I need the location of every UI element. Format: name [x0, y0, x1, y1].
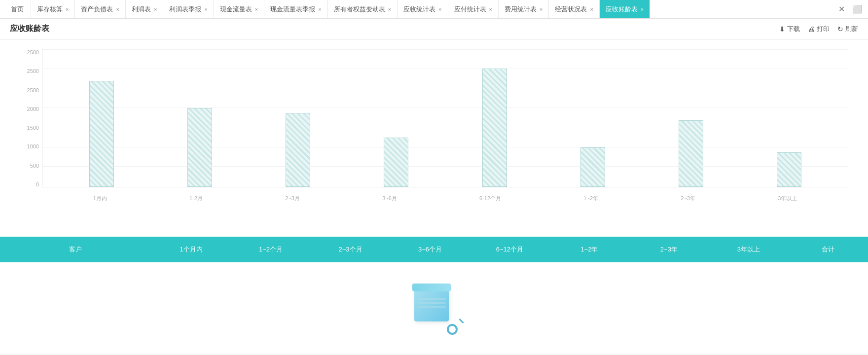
refresh-button[interactable]: ↻ 刷新: [837, 25, 858, 34]
window-close-button[interactable]: ✕: [834, 2, 848, 16]
tab-inventory[interactable]: 库存核算 ×: [31, 0, 75, 19]
tab-balance-sheet-close[interactable]: ×: [116, 6, 119, 12]
tab-profit-close[interactable]: ×: [154, 6, 157, 12]
download-icon: ⬇: [779, 25, 785, 33]
tab-profit-quarterly[interactable]: 利润表季报 ×: [163, 0, 214, 19]
bar-1月内: [89, 81, 114, 187]
x-axis: 1月内 1-2月 2~3月 3~6月 6-12个月 1~2年 2~3年 3年以上: [42, 195, 848, 202]
tab-payable-stats-close[interactable]: ×: [489, 6, 492, 12]
x-label-6: 1~2年: [583, 195, 598, 202]
tab-profit-quarterly-close[interactable]: ×: [204, 6, 207, 12]
page-header: 应收账龄表 ⬇ 下载 🖨 打印 ↻ 刷新: [0, 19, 868, 39]
table-header-3plus-year: 3年以上: [709, 245, 788, 254]
bar-group-3: [286, 113, 310, 187]
bar-group-6: [580, 147, 605, 187]
empty-icon: [412, 280, 456, 324]
tab-profit[interactable]: 利润表 ×: [126, 0, 163, 19]
main-content: 2500 2500 2500 2000 1500 1000 500 0: [0, 39, 868, 354]
table-header-customer: 客户: [0, 245, 151, 254]
table-header-total: 合计: [789, 245, 868, 254]
x-label-3: 2~3月: [285, 195, 300, 202]
tab-payable-stats[interactable]: 应付统计表 ×: [448, 0, 499, 19]
table-header-1-2year: 1~2年: [549, 245, 629, 254]
tab-home[interactable]: 首页: [4, 0, 31, 19]
bar-group-1: [89, 81, 114, 187]
tab-home-label: 首页: [11, 5, 24, 14]
chart-area: 2500 2500 2500 2000 1500 1000 500 0: [0, 39, 868, 237]
tab-receivable-aging-close[interactable]: ×: [641, 6, 644, 12]
tab-balance-sheet[interactable]: 资产负债表 ×: [75, 0, 125, 19]
x-label-4: 3~6月: [382, 195, 397, 202]
page-title: 应收账龄表: [10, 24, 49, 34]
table-header-2-3month: 2~3个月: [311, 245, 390, 254]
bar-3-6月: [384, 138, 408, 187]
table-header-1-2month: 1~2个月: [231, 245, 310, 254]
bar-3年以上: [777, 152, 801, 187]
tab-operation-status-close[interactable]: ×: [590, 6, 593, 12]
tab-operation-status[interactable]: 经营状况表 ×: [549, 0, 599, 19]
tab-equity-changes-close[interactable]: ×: [388, 6, 391, 12]
tab-cashflow-close[interactable]: ×: [255, 6, 258, 12]
tab-actions: ✕ ⬜: [834, 2, 864, 16]
tab-receivable-stats[interactable]: 应收统计表 ×: [398, 0, 448, 19]
table-header-1month: 1个月内: [151, 245, 231, 254]
tab-receivable-aging[interactable]: 应收账龄表 ×: [600, 0, 650, 19]
x-label-1: 1月内: [93, 195, 107, 202]
bar-group-2: [187, 108, 212, 187]
bar-group-5: [482, 69, 507, 187]
table-header-2-3year: 2~3年: [629, 245, 709, 254]
tab-cashflow-quarterly[interactable]: 现金流量表季报 ×: [264, 0, 327, 19]
refresh-icon: ↻: [837, 25, 843, 33]
y-axis: 2500 2500 2500 2000 1500 1000 500 0: [20, 49, 42, 187]
x-label-2: 1-2月: [189, 195, 203, 202]
print-button[interactable]: 🖨 打印: [808, 25, 830, 34]
bar-6-12月: [482, 69, 507, 187]
bar-group-8: [777, 152, 801, 187]
header-actions: ⬇ 下载 🖨 打印 ↻ 刷新: [779, 25, 858, 34]
tab-cashflow[interactable]: 现金流量表 ×: [214, 0, 264, 19]
tab-expense-stats[interactable]: 费用统计表 ×: [499, 0, 549, 19]
bar-group-7: [679, 120, 703, 187]
bars-container: [42, 49, 848, 187]
print-icon: 🖨: [808, 25, 815, 33]
bar-2-3月: [286, 113, 310, 187]
tab-receivable-stats-close[interactable]: ×: [438, 6, 441, 12]
table-header-3-6month: 3~6个月: [390, 245, 470, 254]
window-maximize-button[interactable]: ⬜: [850, 2, 864, 16]
chart-grid: [42, 49, 848, 187]
table-header-6-12month: 6~12个月: [470, 245, 549, 254]
tab-cashflow-quarterly-close[interactable]: ×: [318, 6, 321, 12]
bar-1-2月: [187, 108, 212, 187]
empty-state: [0, 262, 868, 341]
bar-group-4: [384, 138, 408, 187]
tab-inventory-close[interactable]: ×: [66, 6, 69, 12]
tab-expense-stats-close[interactable]: ×: [540, 6, 542, 12]
x-label-5: 6-12个月: [479, 195, 501, 202]
download-button[interactable]: ⬇ 下载: [779, 25, 800, 34]
x-label-7: 2~3年: [681, 195, 695, 202]
tab-equity-changes[interactable]: 所有者权益变动表 ×: [328, 0, 398, 19]
x-label-8: 3年以上: [778, 195, 797, 202]
bar-2-3年: [679, 120, 703, 187]
tab-bar: 首页 库存核算 × 资产负债表 × 利润表 × 利润表季报 × 现金流量表 × …: [0, 0, 868, 19]
table-header: 客户 1个月内 1~2个月 2~3个月 3~6个月 6~12个月 1~2年 2~…: [0, 237, 868, 262]
bar-1-2年: [580, 147, 605, 187]
